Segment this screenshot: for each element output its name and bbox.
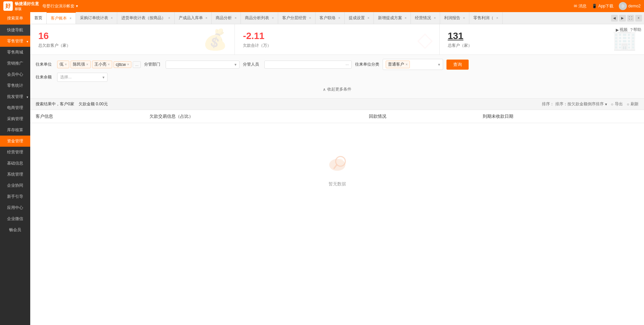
sidebar-item-newbie-guide[interactable]: 新手引导 bbox=[0, 191, 30, 202]
sidebar-item-finance[interactable]: 资金管理 bbox=[0, 136, 30, 147]
export-btn[interactable]: ○ 导出 bbox=[611, 101, 623, 107]
tab-product-analysis[interactable]: 商品分析 × bbox=[212, 12, 241, 24]
user-menu[interactable]: D demo2 bbox=[619, 2, 641, 10]
tab-close-profit[interactable]: × bbox=[463, 16, 465, 20]
tab-close-customer-ledger[interactable]: × bbox=[70, 16, 72, 20]
tab-close-product-list[interactable]: × bbox=[272, 16, 274, 20]
tab-operations[interactable]: 经营情况 × bbox=[411, 12, 440, 24]
tab-nav-prev[interactable]: ◀ bbox=[611, 15, 618, 22]
unit-type-tag: 普通客户 × bbox=[386, 61, 410, 68]
tab-customer-tier[interactable]: 客户分层经营 × bbox=[278, 12, 315, 24]
person-select[interactable]: ··· bbox=[264, 61, 352, 69]
stat-total-customers: ▶ 视频 ? 帮助 🏢 131 总客户（家） bbox=[440, 24, 644, 55]
total-customers-value: 131 bbox=[448, 31, 464, 41]
collapse-filter-btn[interactable]: ∧ 收起更多条件 bbox=[321, 84, 353, 94]
top-actions: ✉ 消息 📱 App下载 D demo2 bbox=[574, 2, 641, 10]
tag-close-unit-type[interactable]: × bbox=[405, 63, 407, 66]
sidebar-item-retail-stats[interactable]: 零售统计 bbox=[0, 80, 30, 91]
sidebar-item-inventory[interactable]: 库存核算 bbox=[0, 124, 30, 136]
filter-tag-cjttcw: cjttcw × bbox=[114, 61, 132, 68]
dept-select[interactable]: ▾ bbox=[166, 61, 240, 69]
person-dropdown-icon: ··· bbox=[345, 62, 349, 67]
tab-finished-goods[interactable]: 产成品入库单 × bbox=[175, 12, 212, 24]
refresh-btn[interactable]: ○ 刷新 bbox=[627, 101, 639, 107]
filter-tag-wang: 王小亮 × bbox=[92, 61, 112, 68]
balance-placeholder: 选择... bbox=[60, 74, 72, 80]
query-button[interactable]: 查询 bbox=[446, 60, 469, 70]
tab-nav-next[interactable]: ▶ bbox=[619, 15, 626, 22]
empty-state: 暂无数据 bbox=[30, 123, 644, 214]
results-actions: 排序： 排序：按欠款金额倒序排序 ▾ ○ 导出 ○ 刷新 bbox=[542, 101, 639, 107]
table-body: 暂无数据 bbox=[30, 123, 644, 214]
tab-close-tier[interactable]: × bbox=[309, 16, 311, 20]
sidebar-item-wechat[interactable]: 企业微信 bbox=[0, 213, 30, 224]
tab-close-product[interactable]: × bbox=[234, 16, 237, 20]
sidebar-item-member-center[interactable]: 会员中心 bbox=[0, 69, 30, 80]
tab-add-commission[interactable]: 新增提成方案 × bbox=[374, 12, 411, 24]
person-label: 分管人员 bbox=[243, 62, 261, 67]
sidebar: 搜索菜单 快捷导航 零售管理 零售商城 营销推广 会员中心 零售统计 批发管理 … bbox=[0, 12, 30, 325]
sort-select[interactable]: 排序： 排序：按欠款金额倒序排序 ▾ bbox=[542, 101, 607, 107]
tab-maximize[interactable]: ⛶ bbox=[627, 15, 634, 22]
collapse-icon: ∧ bbox=[323, 87, 326, 92]
data-table: 客户信息 欠款交易信息（占比） 回款情况 到期未收款日期 bbox=[30, 110, 644, 214]
filter-more-tags[interactable]: ... bbox=[133, 61, 141, 68]
sidebar-item-enterprise-collab[interactable]: 企业协同 bbox=[0, 180, 30, 191]
collapse-row: ∧ 收起更多条件 bbox=[36, 84, 639, 94]
tab-close-commission[interactable]: × bbox=[368, 16, 370, 20]
col-repayment: 回款情况 bbox=[363, 110, 477, 123]
sidebar-item-wholesale[interactable]: 批发管理 bbox=[0, 91, 30, 102]
filter-row-1: 往来单位 佤 × 陈民强 × 王小亮 × bbox=[36, 59, 639, 70]
sidebar-item-operations[interactable]: 经营管理 bbox=[0, 147, 30, 158]
total-overdue-label: 欠款合计（万） bbox=[243, 43, 271, 48]
sidebar-item-ecommerce[interactable]: 电商管理 bbox=[0, 102, 30, 113]
refresh-icon: ○ bbox=[627, 102, 629, 107]
tab-close-contact[interactable]: × bbox=[338, 16, 340, 20]
app-version: 标版 bbox=[15, 7, 39, 11]
tab-customer-ledger[interactable]: 客户账本 × bbox=[47, 12, 76, 24]
total-overdue-icon: ◇ bbox=[417, 28, 433, 51]
balance-select[interactable]: 选择... ▾ bbox=[57, 73, 108, 82]
app-download-btn[interactable]: 📱 App下载 bbox=[592, 3, 613, 9]
tab-close-add-commission[interactable]: × bbox=[405, 16, 407, 20]
tab-commission-settings[interactable]: 提成设置 × bbox=[345, 12, 374, 24]
sidebar-item-app-center[interactable]: 应用中心 bbox=[0, 202, 30, 213]
tab-retail-profit[interactable]: 零售利润（ × bbox=[469, 12, 503, 24]
filter-area: 往来单位 佤 × 陈民强 × 王小亮 × bbox=[30, 55, 644, 99]
col-customer-info: 客户信息 bbox=[30, 110, 144, 123]
sidebar-item-system[interactable]: 系统管理 bbox=[0, 169, 30, 180]
tab-home[interactable]: 首页 bbox=[30, 12, 47, 24]
unit-type-select[interactable]: 普通客户 × ▾ bbox=[383, 59, 443, 70]
tab-close-retail-profit[interactable]: × bbox=[496, 16, 498, 20]
tab-profit-report[interactable]: 利润报告 × bbox=[440, 12, 469, 24]
export-icon: ○ bbox=[611, 102, 613, 107]
sidebar-item-purchase[interactable]: 采购管理 bbox=[0, 113, 30, 124]
tab-purchase-stats[interactable]: 采购订单统计表 × bbox=[76, 12, 117, 24]
tag-close-wa[interactable]: × bbox=[65, 63, 67, 66]
sidebar-item-retail-mgmt[interactable]: 零售管理 bbox=[0, 36, 30, 47]
tab-product-analysis-list[interactable]: 商品分析列表 × bbox=[241, 12, 278, 24]
sidebar-item-retail-mall[interactable]: 零售商城 bbox=[0, 47, 30, 58]
tab-close-finished[interactable]: × bbox=[206, 16, 208, 20]
tag-close-wang[interactable]: × bbox=[108, 63, 110, 66]
sidebar-item-member[interactable]: 畅会员 bbox=[0, 224, 30, 236]
overdue-customers-value: 16 bbox=[38, 31, 49, 41]
message-btn[interactable]: ✉ 消息 bbox=[574, 3, 587, 9]
tab-close-inbound[interactable]: × bbox=[168, 16, 170, 20]
account-select[interactable]: 母婴行业演示帐套 ▾ bbox=[42, 3, 78, 9]
results-info: 搜索结果中，客户0家 欠款金额 0.00元 bbox=[36, 101, 108, 107]
sidebar-item-basic-info[interactable]: 基础信息 bbox=[0, 158, 30, 169]
sidebar-item-marketing[interactable]: 营销推广 bbox=[0, 58, 30, 69]
tab-inbound-stats[interactable]: 进货单统计表（按商品） × bbox=[117, 12, 175, 24]
message-icon: ✉ bbox=[574, 4, 577, 8]
tab-customer-contact[interactable]: 客户联络 × bbox=[315, 12, 345, 24]
tab-close-purchase[interactable]: × bbox=[111, 16, 113, 20]
top-bar: 好 畅捷通好生意 标版 母婴行业演示帐套 ▾ ✉ 消息 📱 App下载 D de… bbox=[0, 0, 644, 12]
sidebar-quicknav[interactable]: 快捷导航 bbox=[0, 25, 30, 36]
tab-close-ops[interactable]: × bbox=[434, 16, 436, 20]
sidebar-search[interactable]: 搜索菜单 bbox=[0, 12, 30, 25]
tag-close-cjttcw[interactable]: × bbox=[127, 63, 129, 66]
app-name: 畅捷通好生意 bbox=[15, 1, 39, 7]
tab-close-all[interactable]: × bbox=[635, 15, 642, 22]
tag-close-chen[interactable]: × bbox=[86, 63, 88, 66]
